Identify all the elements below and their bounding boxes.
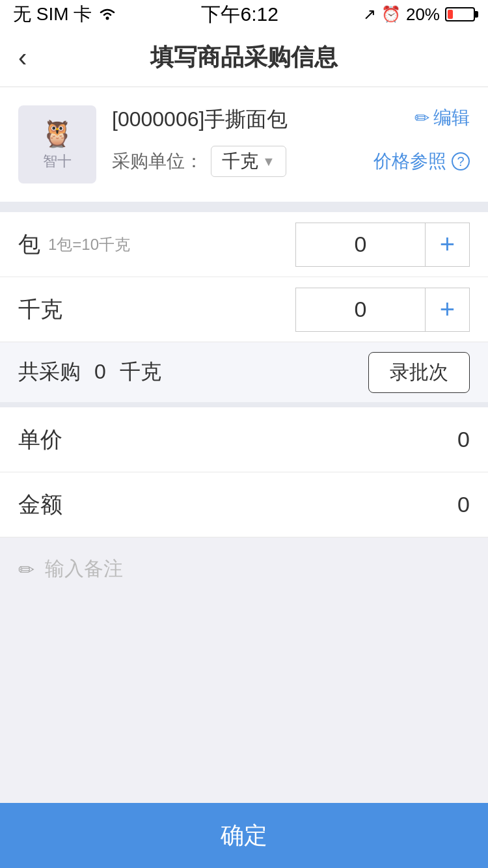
kg-plus-button[interactable]: +	[426, 288, 470, 332]
confirm-button-label: 确定	[221, 820, 267, 852]
bao-label: 包 1包=10千克	[18, 230, 130, 260]
battery-icon	[445, 7, 475, 21]
product-logo-text: 智十	[43, 152, 72, 171]
empty-space	[0, 603, 488, 798]
edit-label: 编辑	[433, 105, 470, 130]
input-section: 包 1包=10千克 + 千克 +	[0, 212, 488, 342]
page-title: 填写商品采购信息	[150, 42, 338, 74]
product-unit-row: 采购单位： 千克 ▼ 价格参照 ?	[112, 146, 470, 177]
status-time: 下午6:12	[201, 1, 278, 28]
total-value: 0	[94, 360, 106, 383]
bao-label-main: 包	[18, 230, 40, 260]
edit-button[interactable]: ✏ 编辑	[414, 105, 470, 130]
svg-point-0	[106, 17, 109, 20]
edit-icon: ✏	[414, 107, 429, 129]
kg-label-main: 千克	[18, 295, 62, 325]
status-bar-right: ↗ ⏰ 20%	[363, 5, 475, 25]
section-separator-1	[0, 207, 488, 212]
amount-label: 金额	[18, 490, 62, 520]
unit-label: 采购单位：	[112, 149, 203, 174]
total-row: 共采购 0 千克 录批次	[0, 342, 488, 407]
location-icon: ↗	[363, 5, 376, 23]
remark-section[interactable]: ✏ 输入备注	[0, 537, 488, 603]
main-container: 无 SIM 卡 下午6:12 ↗ ⏰ 20% ‹ 填写商品采购信息	[0, 0, 488, 863]
info-section: 单价 0 金额 0	[0, 407, 488, 537]
total-text: 共采购 0 千克	[18, 358, 161, 387]
total-unit: 千克	[120, 360, 161, 383]
bao-label-sub: 1包=10千克	[48, 234, 130, 255]
price-ref-info-icon: ?	[452, 152, 470, 170]
unit-select[interactable]: 千克 ▼	[211, 146, 286, 177]
bao-qty-input[interactable]	[295, 223, 426, 267]
amount-value: 0	[457, 492, 470, 517]
remark-placeholder: 输入备注	[45, 556, 123, 582]
kg-label: 千克	[18, 295, 62, 325]
product-info: [0000006]手撕面包 ✏ 编辑 采购单位： 千克 ▼ 价格参照 ?	[112, 105, 470, 177]
kg-qty-input[interactable]	[295, 288, 426, 332]
product-header: [0000006]手撕面包 ✏ 编辑	[112, 105, 470, 134]
kg-input-row: 千克 +	[0, 277, 488, 342]
product-name: [0000006]手撕面包	[112, 105, 288, 134]
kg-plus-icon: +	[440, 295, 455, 324]
unit-price-label: 单价	[18, 425, 62, 455]
product-image: 🦉 智十	[18, 105, 96, 183]
bao-input-right: +	[295, 223, 470, 267]
amount-row: 金额 0	[0, 472, 488, 537]
battery-percent: 20%	[406, 5, 440, 25]
battery-fill	[448, 10, 453, 19]
unit-price-value: 0	[457, 427, 470, 452]
carrier-text: 无 SIM 卡	[13, 2, 92, 27]
unit-price-row: 单价 0	[0, 407, 488, 472]
unit-select-arrow: ▼	[262, 154, 275, 169]
remark-pencil-icon: ✏	[18, 558, 34, 581]
price-ref-label: 价格参照	[373, 149, 446, 174]
alarm-icon: ⏰	[381, 5, 401, 23]
price-ref-button[interactable]: 价格参照 ?	[373, 149, 470, 174]
product-card: 🦉 智十 [0000006]手撕面包 ✏ 编辑 采购单位： 千克 ▼	[0, 87, 488, 207]
bao-plus-button[interactable]: +	[426, 223, 470, 267]
record-batch-button[interactable]: 录批次	[368, 352, 470, 393]
bao-plus-icon: +	[440, 230, 455, 259]
product-unit-left: 采购单位： 千克 ▼	[112, 146, 286, 177]
record-batch-label: 录批次	[390, 361, 448, 383]
total-label: 共采购	[18, 360, 81, 383]
wifi-icon	[98, 4, 116, 25]
status-bar: 无 SIM 卡 下午6:12 ↗ ⏰ 20%	[0, 0, 488, 29]
back-button[interactable]: ‹	[18, 43, 27, 72]
product-logo-icon: 🦉	[41, 118, 74, 149]
bao-input-row: 包 1包=10千克 +	[0, 212, 488, 277]
unit-value: 千克	[222, 149, 258, 174]
status-bar-left: 无 SIM 卡	[13, 2, 116, 27]
kg-input-right: +	[295, 288, 470, 332]
nav-bar: ‹ 填写商品采购信息	[0, 29, 488, 87]
confirm-button[interactable]: 确定	[0, 803, 488, 868]
